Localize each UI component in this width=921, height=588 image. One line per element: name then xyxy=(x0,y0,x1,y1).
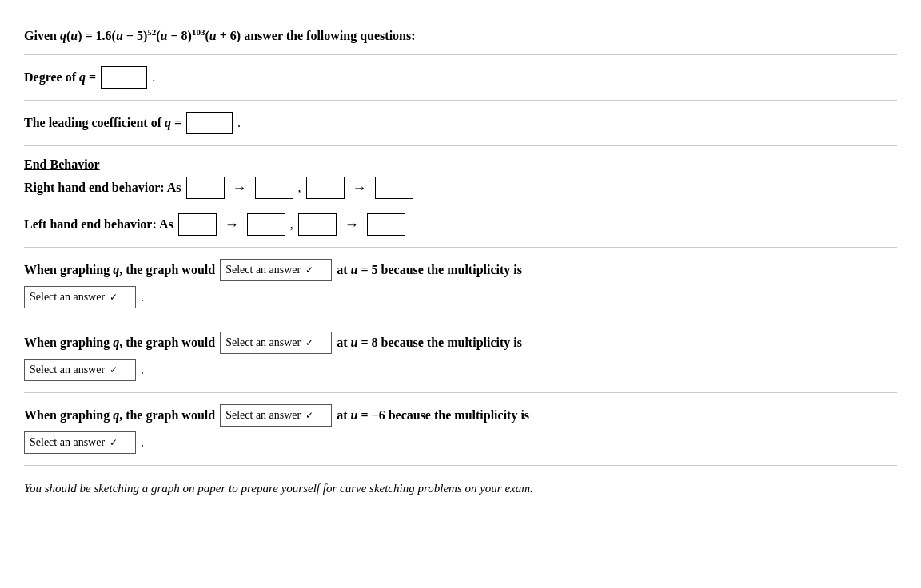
q2-section: When graphing q, the graph would Select … xyxy=(24,320,897,393)
q1-prefix: When graphing q, the graph would xyxy=(24,263,215,277)
q1-select1-chevron: ✓ xyxy=(305,264,313,276)
q3-period: . xyxy=(141,435,144,450)
q3-prefix: When graphing q, the graph would xyxy=(24,408,215,423)
left-end-label: Left hand end behavior: As xyxy=(24,217,173,232)
right-to1-input[interactable] xyxy=(255,177,293,199)
q3-select1-chevron: ✓ xyxy=(305,410,313,422)
right-arrow2: → xyxy=(353,180,367,197)
q1-at: at u = 5 because the multiplicity is xyxy=(337,263,522,277)
problem-title: Given q(u) = 1.6(u − 5)52(u − 8)103(u + … xyxy=(24,27,897,43)
title-text: Given q(u) = 1.6(u − 5)52(u − 8)103(u + … xyxy=(24,27,416,43)
leading-coeff-period: . xyxy=(237,116,241,130)
q2-select1-chevron: ✓ xyxy=(305,337,313,349)
left-q-input[interactable] xyxy=(298,213,337,236)
right-to2-input[interactable] xyxy=(375,177,413,199)
left-arrow1: → xyxy=(225,217,239,233)
q2-period: . xyxy=(141,363,144,377)
q2-select1[interactable]: Select an answer ✓ xyxy=(220,332,332,354)
degree-label: Degree of q = xyxy=(24,70,96,85)
degree-period: . xyxy=(152,70,155,85)
left-to1-input[interactable] xyxy=(247,213,285,236)
degree-input[interactable] xyxy=(101,66,147,89)
right-q-input[interactable] xyxy=(306,177,345,199)
right-comma: , xyxy=(298,181,301,195)
left-to2-input[interactable] xyxy=(367,213,405,236)
left-arrow2: → xyxy=(345,217,359,233)
q1-select1[interactable]: Select an answer ✓ xyxy=(220,259,332,281)
end-behavior-title: End Behavior xyxy=(24,157,897,172)
leading-coeff-input[interactable] xyxy=(186,112,233,134)
q2-select2-chevron: ✓ xyxy=(110,364,118,376)
q2-at: at u = 8 because the multiplicity is xyxy=(337,336,522,350)
leading-coeff-section: The leading coefficient of q = . xyxy=(24,101,897,146)
end-behavior-section: End Behavior Right hand end behavior: As… xyxy=(24,146,897,248)
left-comma: , xyxy=(290,217,293,232)
right-arrow1: → xyxy=(233,180,247,197)
leading-coeff-label: The leading coefficient of q = xyxy=(24,116,181,130)
q3-select2[interactable]: Select an answer ✓ xyxy=(24,431,136,454)
right-as-input[interactable] xyxy=(186,177,225,199)
q1-section: When graphing q, the graph would Select … xyxy=(24,248,897,320)
q1-select2[interactable]: Select an answer ✓ xyxy=(24,286,136,308)
right-end-label: Right hand end behavior: As xyxy=(24,181,181,195)
q2-select2[interactable]: Select an answer ✓ xyxy=(24,359,136,381)
footer-note: You should be sketching a graph on paper… xyxy=(24,482,897,495)
q3-section: When graphing q, the graph would Select … xyxy=(24,393,897,466)
q1-select2-chevron: ✓ xyxy=(110,292,118,304)
q3-at: at u = −6 because the multiplicity is xyxy=(337,408,529,423)
q3-select2-chevron: ✓ xyxy=(110,437,118,449)
degree-section: Degree of q = . xyxy=(24,55,897,101)
left-as-input[interactable] xyxy=(178,213,217,236)
q1-period: . xyxy=(141,290,144,304)
q2-prefix: When graphing q, the graph would xyxy=(24,336,215,350)
q3-select1[interactable]: Select an answer ✓ xyxy=(220,404,332,427)
